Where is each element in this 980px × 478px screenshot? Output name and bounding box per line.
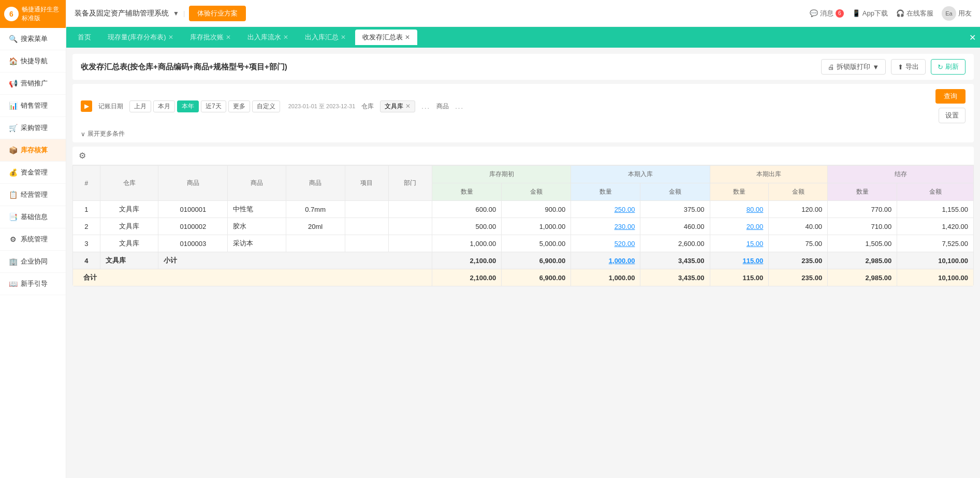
- sidebar-icon-marketing: 📢: [8, 79, 18, 88]
- column-settings-icon[interactable]: ⚙: [79, 151, 86, 161]
- sidebar-item-sales[interactable]: 📊销售管理: [0, 95, 66, 117]
- subtotal-row: 4 文具库 小计 2,100.00 6,900.00 1,000.00 3,43…: [73, 252, 974, 269]
- sidebar-item-marketing[interactable]: 📢营销推广: [0, 73, 66, 95]
- subtotal-in-amt: 3,435.00: [640, 252, 710, 269]
- sidebar-label-enterprise: 企业协同: [21, 257, 48, 266]
- sidebar-item-finance[interactable]: 💰资金管理: [0, 162, 66, 184]
- app-download-action[interactable]: 📱 App下载: [852, 9, 888, 18]
- sidebar-item-enterprise[interactable]: 🏢企业协同: [0, 251, 66, 273]
- tab-batch[interactable]: 库存批次账✕: [183, 30, 238, 45]
- col-goods-name: 商品: [228, 166, 286, 201]
- online-service-action[interactable]: 🎧 在线客服: [896, 9, 933, 18]
- tab-close-inout-summary[interactable]: ✕: [341, 34, 346, 41]
- cell-bal-amt: 1,155.00: [897, 201, 974, 218]
- message-action[interactable]: 💬 消息 6: [810, 9, 844, 18]
- tab-inventory-dist[interactable]: 现存量(库存分布表)✕: [100, 30, 181, 45]
- cell-open-qty: 1,000.00: [432, 235, 502, 252]
- col-bal-qty: 数量: [828, 183, 897, 201]
- sidebar-item-system[interactable]: ⚙系统管理: [0, 228, 66, 251]
- warehouse-tag-close[interactable]: ✕: [405, 103, 411, 110]
- cell-out-qty[interactable]: 15.00: [710, 235, 769, 252]
- date-btn-自定义[interactable]: 自定义: [252, 100, 280, 112]
- sidebar-item-inventory[interactable]: 📦库存核算: [0, 139, 66, 162]
- col-group-opening: 库存期初: [432, 166, 571, 183]
- cell-out-qty[interactable]: 20.00: [710, 218, 769, 235]
- sidebar-label-quick-nav: 快捷导航: [21, 56, 48, 66]
- cell-code: 0100001: [158, 201, 228, 218]
- tab-inout-flow[interactable]: 出入库流水✕: [240, 30, 296, 45]
- cell-spec: 20ml: [286, 218, 345, 235]
- header-left: 装备及固定资产辅助管理系统 ▼ | 体验行业方案: [75, 6, 246, 21]
- total-out-qty: 115.00: [710, 269, 769, 286]
- cell-in-qty[interactable]: 520.00: [571, 235, 640, 252]
- subtotal-bal-amt: 10,100.00: [897, 252, 974, 269]
- set-btn[interactable]: 设置: [939, 108, 966, 123]
- print-btn[interactable]: 🖨 拆锁版打印 ▼: [821, 59, 886, 75]
- goods-more[interactable]: ...: [455, 103, 464, 110]
- tab-bar-close[interactable]: ✕: [969, 33, 976, 42]
- sidebar-label-marketing: 营销推广: [21, 79, 48, 88]
- sidebar-item-purchase[interactable]: 🛒采购管理: [0, 117, 66, 139]
- warehouse-filter-tag[interactable]: 文具库 ✕: [380, 100, 415, 112]
- expand-btn[interactable]: ∨ 展开更多条件: [81, 127, 966, 140]
- cell-seq: 2: [73, 218, 100, 235]
- data-table: # 仓库 商品 商品 商品 项目 部门 库存期初 本期入库 本期出库 结存 数量: [72, 165, 974, 286]
- print-icon: 🖨: [828, 63, 835, 71]
- cell-out-amt: 75.00: [769, 235, 828, 252]
- cell-bal-amt: 1,420.00: [897, 218, 974, 235]
- col-goods-code: 商品: [158, 166, 228, 201]
- sidebar-item-quick-nav[interactable]: 🏠快捷导航: [0, 50, 66, 73]
- cell-open-amt: 900.00: [502, 201, 571, 218]
- sidebar-icon-finance: 💰: [8, 168, 18, 177]
- system-dropdown[interactable]: ▼: [173, 10, 179, 17]
- sidebar-label-search: 搜索菜单: [21, 34, 48, 44]
- export-btn[interactable]: ⬆ 导出: [891, 59, 926, 75]
- sidebar-item-basic-info[interactable]: 📑基础信息: [0, 206, 66, 228]
- date-btn-更多[interactable]: 更多: [228, 100, 250, 112]
- refresh-btn[interactable]: ↻ 刷新: [931, 59, 966, 75]
- user-action[interactable]: Ea 用友: [942, 6, 972, 21]
- filter-row: ▶ 记账日期 上月本月本年近7天更多自定义 2023-01-01 至 2023-…: [81, 89, 966, 127]
- sidebar-item-operations[interactable]: 📋经营管理: [0, 184, 66, 206]
- date-btn-本年[interactable]: 本年: [177, 100, 199, 112]
- cell-in-qty[interactable]: 250.00: [571, 201, 640, 218]
- sidebar-icon-inventory: 📦: [8, 146, 18, 154]
- date-btn-近7天[interactable]: 近7天: [201, 100, 226, 112]
- date-btn-上月[interactable]: 上月: [129, 100, 151, 112]
- tab-inout-summary[interactable]: 出入库汇总✕: [298, 30, 353, 45]
- system-title: 装备及固定资产辅助管理系统: [75, 9, 169, 18]
- sidebar-item-search[interactable]: 🔍搜索菜单: [0, 28, 66, 50]
- tab-close-inventory-dist[interactable]: ✕: [168, 34, 173, 41]
- subtotal-in-qty[interactable]: 1,000.00: [571, 252, 640, 269]
- total-bal-amt: 10,100.00: [897, 269, 974, 286]
- subtotal-out-qty[interactable]: 115.00: [710, 252, 769, 269]
- tab-recv-summary[interactable]: 收发存汇总表✕: [355, 30, 417, 45]
- content-area: 收发存汇总表(按仓库+商品编码+商品+规格型号+项目+部门) 🖨 拆锁版打印 ▼…: [66, 48, 980, 478]
- table-row: 3 文具库 0100003 采访本 1,000.00 5,000.00 520.…: [73, 235, 974, 252]
- tab-label-batch: 库存批次账: [190, 33, 224, 42]
- warehouse-more[interactable]: ...: [421, 103, 430, 110]
- cell-out-qty[interactable]: 80.00: [710, 201, 769, 218]
- sidebar-label-inventory: 库存核算: [21, 146, 48, 155]
- filter-toggle-btn[interactable]: ▶: [81, 100, 92, 112]
- phone-icon: 📱: [852, 9, 860, 17]
- tab-close-inout-flow[interactable]: ✕: [283, 34, 288, 41]
- tab-home[interactable]: 首页: [70, 30, 98, 45]
- table-row: 1 文具库 0100001 中性笔 0.7mm 600.00 900.00 25…: [73, 201, 974, 218]
- query-btn[interactable]: 查询: [935, 89, 966, 104]
- page-actions: 🖨 拆锁版打印 ▼ ⬆ 导出 ↻ 刷新: [821, 59, 966, 75]
- date-btn-本月[interactable]: 本月: [153, 100, 175, 112]
- tab-close-recv-summary[interactable]: ✕: [405, 34, 410, 41]
- cell-in-qty[interactable]: 230.00: [571, 218, 640, 235]
- cell-project: [345, 218, 388, 235]
- try-btn[interactable]: 体验行业方案: [189, 6, 246, 21]
- cell-open-amt: 1,000.00: [502, 218, 571, 235]
- logo-text: 畅捷通好生意 标准版: [22, 5, 59, 23]
- total-label: 合计: [73, 269, 432, 286]
- tab-close-batch[interactable]: ✕: [226, 34, 231, 41]
- sidebar-item-guide[interactable]: 📖新手引导: [0, 273, 66, 295]
- sidebar-label-finance: 资金管理: [21, 168, 48, 177]
- subtotal-out-amt: 235.00: [769, 252, 828, 269]
- warehouse-label: 仓库: [361, 102, 374, 111]
- total-row: 合计 2,100.00 6,900.00 1,000.00 3,435.00 1…: [73, 269, 974, 286]
